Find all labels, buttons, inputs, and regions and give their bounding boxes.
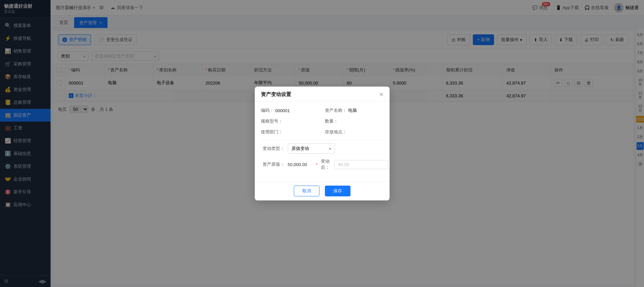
change-type-chevron-icon: ▾ xyxy=(329,146,331,151)
required-mark: * xyxy=(316,162,317,167)
dialog-row-1: 编码： 000001 资产名称： 电脑 xyxy=(261,107,384,114)
dialog-cancel-button[interactable]: 取消 xyxy=(294,186,319,196)
dialog-value-row: 资产原值： 50,000.00 * 变动后： xyxy=(261,158,384,170)
dialog-change-type-row: 变动类型： 原值变动 ▾ xyxy=(261,144,384,154)
dialog-field-code: 编码： 000001 xyxy=(261,107,319,114)
dialog-body: 编码： 000001 资产名称： 电脑 规格型号： 数量： xyxy=(255,101,390,181)
original-value-value: 50,000.00 xyxy=(288,162,307,167)
dialog-save-button[interactable]: 保存 xyxy=(325,186,350,196)
dialog-field-location: 存放地点： xyxy=(325,129,384,135)
dialog-footer: 取消 保存 xyxy=(255,181,390,200)
after-change-input[interactable] xyxy=(334,160,388,169)
change-type-label: 变动类型： xyxy=(261,146,284,152)
dialog-overlay: 资产变动设置 ✕ 编码： 000001 资产名称： 电脑 规格型号： xyxy=(0,0,644,287)
dialog-field-model: 规格型号： xyxy=(261,118,319,124)
dialog-field-name: 资产名称： 电脑 xyxy=(325,107,384,114)
dialog-header: 资产变动设置 ✕ xyxy=(255,87,390,101)
dialog-close-icon[interactable]: ✕ xyxy=(379,91,384,98)
dialog-row-2: 规格型号： 数量： xyxy=(261,118,384,124)
original-value-label: 资产原值： xyxy=(261,161,284,167)
dialog-divider xyxy=(261,140,384,140)
dialog-row-3: 使用部门： 存放地点： xyxy=(261,129,384,135)
asset-change-dialog: 资产变动设置 ✕ 编码： 000001 资产名称： 电脑 规格型号： xyxy=(255,87,390,200)
dialog-field-quantity: 数量： xyxy=(325,118,384,124)
after-change-label: 变动后： xyxy=(321,158,330,170)
dialog-title: 资产变动设置 xyxy=(261,91,291,98)
dialog-field-dept: 使用部门： xyxy=(261,129,319,135)
change-type-select[interactable]: 原值变动 ▾ xyxy=(288,144,335,154)
change-type-value: 原值变动 xyxy=(292,146,309,152)
